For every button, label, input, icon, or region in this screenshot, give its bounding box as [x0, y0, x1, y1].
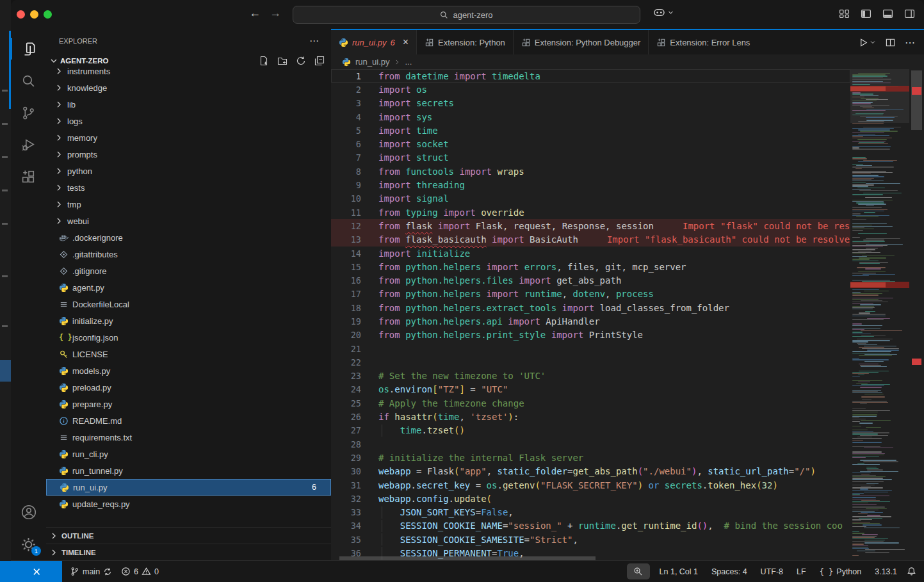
code-line-17[interactable]: 17from python.helpers import runtime, do… [331, 287, 850, 301]
tree-item-run-ui-py[interactable]: run_ui.py6 [46, 479, 331, 496]
python-interpreter[interactable]: 3.13.1 [871, 567, 901, 576]
split-editor-icon[interactable] [886, 38, 895, 47]
explorer-more-actions-icon[interactable]: ⋯ [309, 35, 320, 47]
code-line-20[interactable]: 20from python.helpers.print_style import… [331, 328, 850, 342]
toggle-primary-sidebar-icon[interactable] [861, 8, 871, 19]
scrollbar-thumb[interactable] [911, 70, 922, 130]
breadcrumb-more[interactable]: ... [405, 57, 412, 67]
close-tab-icon[interactable]: × [403, 36, 409, 48]
tab-run-ui-py[interactable]: run_ui.py6× [331, 30, 417, 54]
close-window-button[interactable] [17, 10, 25, 19]
zoom-window-button[interactable] [44, 10, 52, 19]
command-center-search[interactable]: agent-zero [293, 6, 640, 24]
activity-run-debug[interactable] [11, 129, 46, 161]
notifications-bell-icon[interactable] [907, 567, 916, 576]
toggle-secondary-sidebar-icon[interactable] [904, 8, 915, 19]
tree-item-readme-md[interactable]: README.md [46, 412, 331, 429]
more-actions-icon[interactable]: ⋯ [905, 36, 915, 49]
minimap[interactable] [850, 69, 909, 560]
tree-item-tests[interactable]: tests [46, 179, 331, 196]
horizontal-scrollbar[interactable] [339, 556, 596, 560]
tree-item-requirements-txt[interactable]: requirements.txt [46, 429, 331, 446]
go-forward-icon[interactable]: → [270, 6, 281, 20]
tab-extension-python[interactable]: Extension: Python [417, 30, 514, 54]
tree-item-preload-py[interactable]: preload.py [46, 379, 331, 396]
language-mode[interactable]: { } Python [816, 567, 866, 576]
tree-item-jsconfig-json[interactable]: { }jsconfig.json [46, 329, 331, 346]
code-line-13[interactable]: 13from flask_basicauth import BasicAuthI… [331, 233, 850, 247]
code-line-31[interactable]: 31webapp.secret_key = os.getenv("FLASK_S… [331, 478, 850, 492]
code-line-11[interactable]: 11from typing import override [331, 206, 850, 219]
code-line-19[interactable]: 19from python.helpers.api import ApiHand… [331, 314, 850, 328]
code-line-1[interactable]: 1from datetime import timedelta [331, 69, 850, 83]
code-line-16[interactable]: 16from python.helpers.files import get_a… [331, 273, 850, 287]
tree-item-logs[interactable]: logs [46, 113, 331, 129]
copilot-menu[interactable] [653, 8, 674, 17]
code-line-18[interactable]: 18from python.helpers.extract_tools impo… [331, 301, 850, 314]
code-line-3[interactable]: 3import secrets [331, 97, 850, 110]
outline-section[interactable]: OUTLINE [46, 527, 331, 544]
tree-item-update-reqs-py[interactable]: update_reqs.py [46, 496, 331, 512]
vertical-scrollbar[interactable] [909, 69, 924, 560]
sync-icon[interactable] [103, 567, 112, 576]
minimize-window-button[interactable] [30, 10, 38, 19]
tree-item-knowledge[interactable]: knowledge [46, 79, 331, 96]
tree-item-prompts[interactable]: prompts [46, 146, 331, 163]
code-line-6[interactable]: 6import socket [331, 137, 850, 150]
code-line-33[interactable]: 33 JSON_SORT_KEYS=False, [331, 506, 850, 519]
tree-item-models-py[interactable]: models.py [46, 362, 331, 379]
code-line-23[interactable]: 23# Set the new timezone to 'UTC' [331, 369, 850, 383]
code-line-8[interactable]: 8from functools import wraps [331, 165, 850, 178]
eol-sequence[interactable]: LF [793, 567, 810, 576]
code-line-35[interactable]: 35 SESSION_COOKIE_SAMESITE="Strict", [331, 533, 850, 546]
code-line-30[interactable]: 30webapp = Flask("app", static_folder=ge… [331, 465, 850, 478]
tree-item-lib[interactable]: lib [46, 96, 331, 113]
code-line-15[interactable]: 15from python.helpers import errors, fil… [331, 260, 850, 273]
tree-item--gitattributes[interactable]: .gitattributes [46, 246, 331, 263]
zoom-status-item[interactable] [627, 563, 650, 579]
activity-explorer[interactable] [11, 33, 46, 65]
code-line-4[interactable]: 4import sys [331, 110, 850, 124]
customize-layout-icon[interactable] [839, 8, 850, 19]
go-back-icon[interactable]: ← [249, 6, 261, 20]
code-line-28[interactable]: 28 [331, 437, 850, 451]
tree-item--gitignore[interactable]: .gitignore [46, 263, 331, 279]
activity-extensions[interactable] [11, 161, 46, 193]
tree-item-memory[interactable]: memory [46, 129, 331, 146]
tree-item-agent-py[interactable]: agent.py [46, 279, 331, 296]
tree-item-prepare-py[interactable]: prepare.py [46, 396, 331, 412]
code-line-14[interactable]: 14import initialize [331, 247, 850, 260]
code-editor[interactable]: 1from datetime import timedelta2import o… [331, 69, 850, 560]
run-python-file-button[interactable] [859, 38, 876, 47]
toggle-panel-icon[interactable] [882, 8, 893, 19]
tree-item-dockerfilelocal[interactable]: DockerfileLocal [46, 296, 331, 312]
tree-item-tmp[interactable]: tmp [46, 196, 331, 213]
code-line-21[interactable]: 21 [331, 342, 850, 355]
tree-item-initialize-py[interactable]: initialize.py [46, 312, 331, 329]
tree-item-python[interactable]: python [46, 163, 331, 179]
code-line-29[interactable]: 29# initialize the internal Flask server [331, 451, 850, 464]
remote-indicator[interactable] [11, 561, 62, 582]
code-line-9[interactable]: 9import threading [331, 178, 850, 191]
breadcrumb-file[interactable]: run_ui.py [355, 57, 389, 67]
activity-account[interactable] [11, 496, 46, 528]
code-line-24[interactable]: 24os.environ["TZ"] = "UTC" [331, 383, 850, 396]
tree-item--dockerignore[interactable]: .dockerignore [46, 229, 331, 246]
cursor-position[interactable]: Ln 1, Col 1 [656, 567, 702, 576]
code-line-12[interactable]: 12from flask import Flask, request, Resp… [331, 219, 850, 232]
code-line-10[interactable]: 10import signal [331, 192, 850, 206]
activity-settings[interactable]: 1 [11, 528, 46, 560]
tree-item-webui[interactable]: webui [46, 213, 331, 229]
timeline-section[interactable]: TIMELINE [46, 544, 331, 560]
tree-item-instruments[interactable]: instruments [46, 63, 331, 79]
code-line-5[interactable]: 5import time [331, 124, 850, 137]
code-line-22[interactable]: 22 [331, 355, 850, 369]
activity-source-control[interactable] [11, 97, 46, 129]
code-line-25[interactable]: 25# Apply the timezone change [331, 396, 850, 410]
encoding[interactable]: UTF-8 [757, 567, 787, 576]
branch-indicator[interactable]: main [66, 567, 116, 576]
tab-extension-error-lens[interactable]: Extension: Error Lens [649, 30, 809, 54]
indentation[interactable]: Spaces: 4 [708, 567, 751, 576]
tab-extension-python-debugger[interactable]: Extension: Python Debugger [514, 30, 649, 54]
code-line-32[interactable]: 32webapp.config.update( [331, 492, 850, 505]
